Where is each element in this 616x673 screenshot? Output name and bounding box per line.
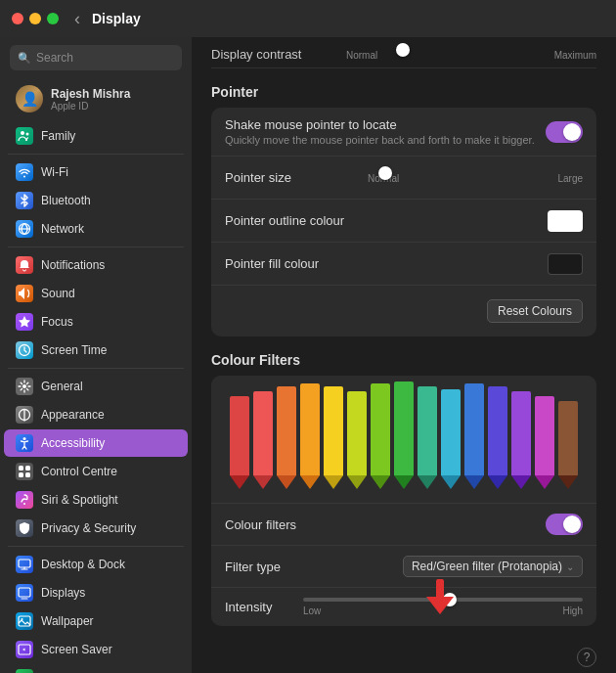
pencil-body <box>324 386 343 475</box>
pencil <box>322 386 345 489</box>
pencil-tip <box>394 475 414 489</box>
contrast-normal-label: Normal <box>346 50 377 61</box>
sidebar-label-accessibility: Accessibility <box>41 436 105 450</box>
pencil-tip <box>371 475 390 489</box>
sidebar-item-accessibility[interactable]: Accessibility <box>4 429 188 457</box>
search-placeholder: Search <box>36 51 73 65</box>
shake-toggle[interactable] <box>546 121 583 143</box>
contrast-label: Display contrast <box>211 47 338 62</box>
svg-point-4 <box>22 384 26 388</box>
reset-row: Reset Colours <box>211 286 596 336</box>
sidebar-item-controlcentre[interactable]: Control Centre <box>4 458 188 485</box>
traffic-lights <box>12 13 59 24</box>
battery-icon <box>16 669 33 673</box>
wallpaper-icon <box>16 612 33 630</box>
pointer-card: Shake mouse pointer to locate Quickly mo… <box>211 108 596 336</box>
close-button[interactable] <box>12 13 23 24</box>
sidebar-item-sound[interactable]: Sound <box>4 280 188 307</box>
minimize-button[interactable] <box>29 13 41 24</box>
colour-filters-toggle-knob <box>563 516 581 533</box>
pencil <box>556 401 580 489</box>
bottom-row: ? <box>211 638 596 673</box>
pencil <box>486 386 509 489</box>
sidebar-user[interactable]: 👤 Rajesh Mishra Apple ID <box>4 79 188 118</box>
shake-sub: Quickly move the mouse pointer back and … <box>225 134 536 146</box>
pencil-body <box>230 396 249 475</box>
filters-card: Colour filters Filter type Red/Green fil… <box>211 376 596 626</box>
sidebar-label-network: Network <box>41 222 84 236</box>
colour-filters-label: Colour filters <box>225 517 546 532</box>
pointer-outline-color[interactable] <box>548 210 583 232</box>
divider-2 <box>8 247 184 247</box>
back-button[interactable]: ‹ <box>74 9 80 29</box>
svg-rect-9 <box>19 472 23 477</box>
sidebar-item-network[interactable]: Network <box>4 215 188 243</box>
sidebar-item-focus[interactable]: Focus <box>4 308 188 336</box>
sidebar-item-bluetooth[interactable]: Bluetooth <box>4 187 188 214</box>
pencil-tip <box>230 475 249 489</box>
svg-point-6 <box>23 437 26 440</box>
filter-type-dropdown[interactable]: Red/Green filter (Protanopia) ⌄ <box>403 556 583 577</box>
pointer-outline-row: Pointer outline colour <box>211 200 596 243</box>
pencil <box>392 381 416 489</box>
avatar: 👤 <box>16 85 43 112</box>
sidebar-label-siri: Siri & Spotlight <box>41 493 118 507</box>
main-layout: 🔍 Search 👤 Rajesh Mishra Apple ID Family <box>0 37 616 673</box>
pencil-body <box>464 383 484 475</box>
sidebar-item-siri[interactable]: Siri & Spotlight <box>4 486 188 514</box>
arrow-shaft <box>436 579 444 597</box>
intensity-label: Intensity <box>225 600 293 614</box>
colour-filters-toggle[interactable] <box>546 514 583 535</box>
sidebar-item-notifications[interactable]: Notifications <box>4 251 188 279</box>
pencil <box>298 383 322 489</box>
shake-content: Shake mouse pointer to locate Quickly mo… <box>225 117 536 146</box>
pencil-body <box>441 389 461 475</box>
pencil-body <box>347 391 367 475</box>
sidebar-item-wifi[interactable]: Wi-Fi <box>4 158 188 186</box>
user-info: Rajesh Mishra Apple ID <box>51 87 130 112</box>
wifi-icon <box>16 163 33 181</box>
sidebar-item-general[interactable]: General <box>4 373 188 400</box>
sidebar-item-screentime[interactable]: Screen Time <box>4 336 188 364</box>
screensaver-icon <box>16 641 33 658</box>
titlebar: ‹ Display <box>0 0 616 37</box>
reset-colours-button[interactable]: Reset Colours <box>487 299 583 323</box>
colour-filters-row: Colour filters <box>211 503 596 545</box>
divider-3 <box>8 368 184 369</box>
general-icon <box>16 378 33 395</box>
sidebar-item-screensaver[interactable]: Screen Saver <box>4 636 188 663</box>
page-title: Display <box>92 11 141 26</box>
fullscreen-button[interactable] <box>47 13 59 24</box>
appearance-icon <box>16 406 33 424</box>
pencil-body <box>488 386 507 475</box>
svg-rect-8 <box>25 466 30 471</box>
displays-icon <box>16 584 33 602</box>
search-icon: 🔍 <box>18 52 31 65</box>
sidebar-item-privacy[interactable]: Privacy & Security <box>4 515 188 542</box>
sidebar-item-battery[interactable]: Battery <box>4 664 188 673</box>
pencil <box>369 383 392 489</box>
divider-4 <box>8 546 184 547</box>
sidebar-label-desktop: Desktop & Dock <box>41 558 125 571</box>
sidebar-item-appearance[interactable]: Appearance <box>4 401 188 428</box>
sidebar-label-appearance: Appearance <box>41 408 105 422</box>
content-area: Display contrast Normal Maximum Pointer <box>192 37 616 673</box>
shake-label: Shake mouse pointer to locate <box>225 117 536 132</box>
search-container: 🔍 Search <box>0 37 192 78</box>
pencil-body <box>558 401 578 475</box>
sidebar-item-displays[interactable]: Displays <box>4 579 188 606</box>
pencil <box>275 386 298 489</box>
svg-rect-10 <box>25 472 30 477</box>
sidebar-item-desktop[interactable]: Desktop & Dock <box>4 551 188 578</box>
sidebar-label-wallpaper: Wallpaper <box>41 614 94 628</box>
pointer-size-thumb[interactable] <box>378 166 392 180</box>
search-box[interactable]: 🔍 Search <box>10 45 182 70</box>
sidebar-item-wallpaper[interactable]: Wallpaper <box>4 607 188 635</box>
pencil <box>345 391 369 489</box>
screentime-icon <box>16 341 33 359</box>
pencil-body <box>300 383 320 475</box>
sidebar-item-family[interactable]: Family <box>4 122 188 150</box>
pointer-fill-color[interactable] <box>548 253 583 275</box>
pencil-body <box>253 391 273 475</box>
help-button[interactable]: ? <box>577 648 596 667</box>
